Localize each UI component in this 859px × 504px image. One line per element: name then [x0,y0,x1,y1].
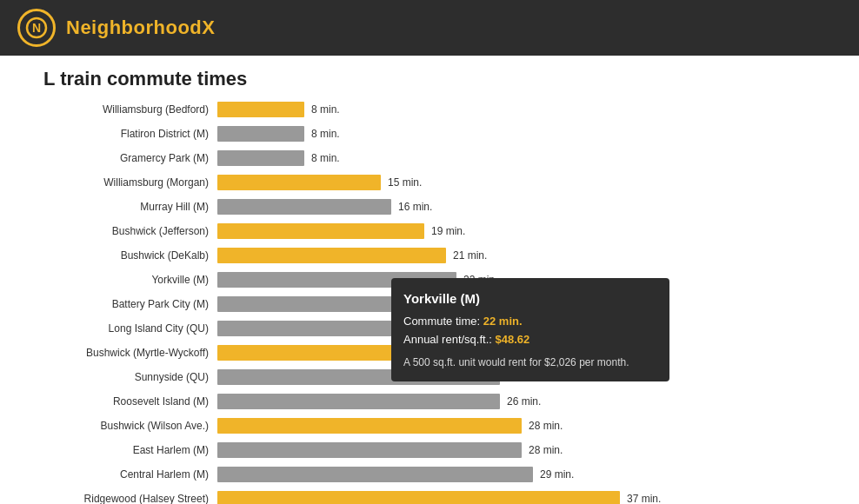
bar-value: 37 min. [627,493,661,504]
bar-value: 26 min. [507,395,541,408]
bar-label: Battery Park City (M) [35,298,217,310]
bar-label: Flatiron District (M) [35,128,217,140]
bar-track: 28 min. [217,418,824,434]
bar-value: 19 min. [431,225,465,237]
brand-name: NeighborhoodX [66,17,215,39]
bar-row: Ridgewood (Halsey Street)37 min. [35,488,824,504]
bar-track: 15 min. [217,175,824,190]
bar-row: Bushwick (Jefferson)19 min. [35,221,824,242]
bar-label: Bushwick (Wilson Ave.) [35,420,217,432]
bar-value: 15 min. [388,176,422,189]
bar-track: 37 min. [217,491,824,504]
bar-fill [217,394,500,409]
bar-fill [217,126,304,142]
bar-track: 28 min. [217,442,824,458]
bar-label: Central Harlem (M) [35,468,217,481]
bar-fill [217,102,304,117]
bar-row: Williamsburg (Bedford)8 min. [35,99,824,120]
bar-fill [217,442,522,458]
bar-label: Williamsburg (Morgan) [35,176,217,189]
bar-fill [217,223,424,239]
bar-fill [217,491,620,504]
bar-track: 8 min. [217,126,824,142]
svg-text:N: N [32,21,41,35]
bar-track: 21 min. [217,248,824,263]
bar-label: Roosevelt Island (M) [35,395,217,408]
bar-value: 8 min. [311,128,340,140]
bar-row: East Harlem (M)28 min. [35,440,824,461]
bar-track: 16 min. [217,199,824,215]
tooltip-rent-value: $48.62 [496,333,530,346]
tooltip-commute-value: 22 min. [483,315,523,328]
bar-value: 28 min. [529,444,563,456]
bar-value: 16 min. [398,201,432,213]
bar-label: Sunnyside (QU) [35,371,217,383]
bar-row: Murray Hill (M)16 min. [35,196,824,217]
bar-tooltip: Yorkville (M) Commute time: 22 min. Annu… [391,278,669,381]
bar-fill [217,150,304,166]
bar-row: Bushwick (DeKalb)21 min. [35,245,824,266]
bar-label: Bushwick (DeKalb) [35,249,217,262]
tooltip-footer: A 500 sq.ft. unit would rent for $2,026 … [403,355,657,371]
bar-row: Gramercy Park (M)8 min. [35,148,824,169]
bar-fill [217,467,533,482]
bar-label: Yorkville (M) [35,274,217,286]
tooltip-commute: Commute time: 22 min. [403,313,657,331]
logo-icon: N [17,9,56,47]
bar-value: 8 min. [311,152,340,164]
bar-fill [217,418,522,434]
bar-value: 21 min. [453,249,487,262]
bar-label: Ridgewood (Halsey Street) [35,493,217,504]
bar-label: Bushwick (Myrtle-Wyckoff) [35,347,217,359]
bar-row: Williamsburg (Morgan)15 min. [35,172,824,193]
bar-track: 19 min. [217,223,824,239]
bar-value: 28 min. [529,420,563,432]
bar-row: Central Harlem (M)29 min. [35,464,824,485]
bar-row: Flatiron District (M)8 min. [35,123,824,144]
bar-fill [217,248,446,263]
bar-track: 26 min. [217,394,824,409]
page-title: L train commute times [0,56,859,99]
bar-label: Bushwick (Jefferson) [35,225,217,237]
bar-label: Long Island City (QU) [35,322,217,335]
bar-row: Bushwick (Wilson Ave.)28 min. [35,415,824,436]
bar-row: Roosevelt Island (M)26 min. [35,391,824,412]
bar-track: 8 min. [217,102,824,117]
bar-track: 8 min. [217,150,824,166]
bar-label: East Harlem (M) [35,444,217,456]
bar-label: Murray Hill (M) [35,201,217,213]
tooltip-title: Yorkville (M) [403,288,657,309]
header: N NeighborhoodX [0,0,859,56]
bar-value: 29 min. [540,468,574,481]
bar-track: 29 min. [217,467,824,482]
tooltip-rent: Annual rent/sq.ft.: $48.62 [403,331,657,349]
bar-fill [217,175,381,190]
bar-fill [217,199,391,215]
bar-label: Williamsburg (Bedford) [35,103,217,116]
bar-label: Gramercy Park (M) [35,152,217,164]
bar-value: 8 min. [311,103,340,116]
chart-container: Williamsburg (Bedford)8 min.Flatiron Dis… [0,99,859,504]
